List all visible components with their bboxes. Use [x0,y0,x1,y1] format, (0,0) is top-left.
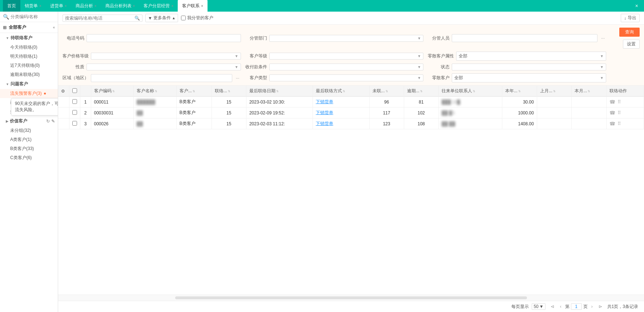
settings-icon[interactable]: ⚙ [61,89,65,94]
col-type-header[interactable]: 客户...⇅ [176,86,212,97]
edit-icon[interactable]: ✎ [51,119,55,124]
sidebar-item-class-c[interactable]: C类客户(6) [0,153,58,162]
row-last-method-2[interactable]: 下销货单 [313,118,369,129]
content-area: 🔍 ▼ 更多条件 ▲ 我分管的客户 ↓ 导出 电话号码 [58,12,644,312]
row-checkbox-0[interactable] [69,97,80,108]
person-input[interactable] [452,34,597,42]
action-contact-icon-2[interactable]: ☎ [609,121,615,126]
sidebar-item-class-a[interactable]: A类客户(1) [0,135,58,144]
tab-product-analysis[interactable]: 商品分析 × [71,0,101,12]
nature-select[interactable]: ▼ [86,64,241,70]
sidebar-item-ungrouped[interactable]: 未分组(32) [0,126,58,135]
sidebar-item-class-b[interactable]: B类客户(33) [0,144,58,153]
col-this-month-header[interactable]: 本月...⇅ [572,86,606,97]
action-contact-icon-0[interactable]: ☎ [609,99,615,105]
col-last-date-header[interactable]: 最后联络日期⇅ [246,86,313,97]
row-name-2: ██ [134,118,177,129]
sidebar-group-pending[interactable]: ▼ 待联络客户 [0,33,58,43]
export-button[interactable]: ↓ 导出 [621,14,640,22]
sidebar-group-problem[interactable]: ▼ 问题客户 [0,79,58,89]
col-overdue-header[interactable]: 逾期...⇅ [404,86,438,97]
scattered-select[interactable]: 全部 ▼ [452,73,606,82]
action-more-icon-1[interactable]: ⠿ [617,110,621,116]
tab-sales-order[interactable]: 销货单 × [20,0,46,12]
sidebar-search-input[interactable] [11,14,58,19]
customer-type-select[interactable]: ▼ [269,74,424,81]
customer-level-select[interactable]: ▼ [269,53,424,60]
tab-home[interactable]: 首页 [3,0,20,12]
tab-customer-tier[interactable]: 客户分层经营 × [139,0,178,12]
filter-payment: 收付款条件 ▼ [245,64,424,70]
settings-button[interactable]: 设置 [623,40,640,49]
my-customers-checkbox[interactable] [181,16,186,20]
row-checkbox-1[interactable] [69,108,80,118]
row-select-checkbox-2[interactable] [72,121,77,126]
sidebar-all-customers[interactable]: ⊞ 全部客户 « [0,22,58,33]
select-all-checkbox[interactable] [72,88,77,93]
tab-product-analysis-list[interactable]: 商品分析列表 × [101,0,140,12]
price-level-select[interactable]: ▼ [91,53,241,60]
row-checkbox-2[interactable] [69,118,80,129]
query-button[interactable]: 查询 [619,28,640,37]
row-name-0: ██████ [134,97,177,108]
scrollbar-thumb[interactable] [175,296,527,299]
phone-input[interactable] [86,34,241,42]
action-more-icon-0[interactable]: ⠿ [617,99,621,105]
dept-select[interactable]: ▼ [269,35,424,42]
action-contact-icon-1[interactable]: ☎ [609,110,615,116]
action-more-icon-2[interactable]: ⠿ [617,121,621,126]
refresh-icon[interactable]: ↻ [46,119,50,124]
col-last-method-header[interactable]: 最后联络方式⇅ [313,86,369,97]
row-last-method-1[interactable]: 下销货单 [313,108,369,118]
sidebar-item-7days[interactable]: 近7天待联络(0) [0,61,58,70]
sidebar-item-churn-warning[interactable]: 流失预警客户(3) ● [0,89,58,98]
name-sort-icon: ⇅ [155,90,157,93]
col-not-contacted-header[interactable]: 未联...⇅ [369,86,404,97]
region-input[interactable] [91,74,232,82]
col-last-month-header[interactable]: 上月...⇅ [537,86,571,97]
page-number-input[interactable] [571,303,582,310]
filter-icon: ▼ [148,16,152,21]
row-select-checkbox-1[interactable] [72,110,77,115]
row-last-method-0[interactable]: 下销货单 [313,97,369,108]
col-code-header[interactable]: 客户编码⇅ [91,86,134,97]
row-select-checkbox-0[interactable] [72,99,77,104]
next-page-button[interactable]: › [589,304,595,309]
scattered-attr-select[interactable]: 全部 ▼ [456,52,606,61]
close-all-tabs-button[interactable]: × [632,3,641,9]
sidebar-item-overdue[interactable]: 逾期未联络(30) [0,70,58,79]
last-page-button[interactable]: ⊳ [596,304,604,309]
status-select[interactable]: ▼ [452,64,606,70]
row-not-cont-0: 96 [369,97,404,108]
horizontal-scrollbar[interactable] [58,295,644,301]
filter-region: 区域（地区） ··· [63,74,241,82]
prev-page-button[interactable]: ‹ [558,304,564,309]
payment-select[interactable]: ▼ [269,64,424,70]
col-contact-person-header[interactable]: 往来单位联系人⇅ [439,86,502,97]
person-more-icon[interactable]: ··· [600,36,606,41]
region-more-icon[interactable]: ··· [234,76,241,81]
close-tab-product-list[interactable]: × [133,4,135,8]
tab-purchase-order[interactable]: 进货单 × [46,0,71,12]
more-filter-button[interactable]: ▼ 更多条件 ▲ [145,14,178,22]
col-checkbox-header[interactable] [69,86,80,97]
close-tab-purchase[interactable]: × [65,4,67,8]
col-this-year-header[interactable]: 本年...⇅ [502,86,537,97]
col-name-header[interactable]: 客户名称⇅ [134,86,177,97]
main-search-input[interactable] [65,16,133,21]
close-tab-sales[interactable]: × [39,4,41,8]
filter-phone: 电话号码 [63,34,241,42]
first-page-button[interactable]: ⊲ [548,304,556,309]
close-tab-product-analysis[interactable]: × [94,4,97,8]
tab-customer-contact[interactable]: 客户联系 × [178,0,208,12]
my-customers-checkbox-wrap[interactable]: 我分管的客户 [181,15,213,21]
close-tab-customer-tier[interactable]: × [171,4,173,8]
sidebar-item-today[interactable]: 今天待联络(0) [0,43,58,52]
sidebar-item-tomorrow[interactable]: 明天待联络(1) [0,52,58,61]
main-search-icon[interactable]: 🔍 [134,16,140,21]
col-contact-header[interactable]: 联络...⇅ [212,86,246,97]
close-tab-customer-contact[interactable]: × [201,4,203,8]
per-page-select[interactable]: 50 ▼ [532,303,545,310]
sidebar-group-value[interactable]: ▶ 价值客户 ↻ ✎ [0,116,58,126]
col-settings[interactable]: ⚙ [58,86,69,97]
